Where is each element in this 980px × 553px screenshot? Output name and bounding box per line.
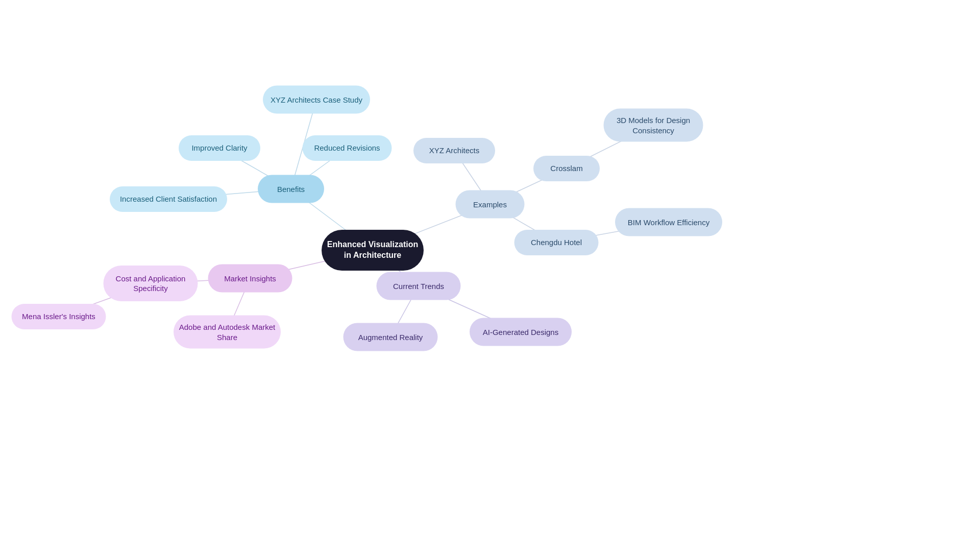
node-central[interactable]: Enhanced Visualization in Architecture xyxy=(322,230,424,271)
node-3d-models[interactable]: 3D Models for Design Consistency xyxy=(604,109,703,142)
node-current-trends[interactable]: Current Trends xyxy=(377,272,461,300)
label-improved-clarity: Improved Clarity xyxy=(189,143,249,153)
label-cost-specificity: Cost and Application Specificity xyxy=(104,274,198,294)
label-chengdu-hotel: Chengdu Hotel xyxy=(529,237,584,248)
label-crosslam: Crosslam xyxy=(548,163,584,174)
node-increased-satisfaction[interactable]: Increased Client Satisfaction xyxy=(110,186,227,212)
mind-map: Enhanced Visualization in ArchitectureBe… xyxy=(0,0,980,553)
label-bim-workflow: BIM Workflow Efficiency xyxy=(626,217,712,227)
label-augmented-reality: Augmented Reality xyxy=(356,332,425,342)
label-3d-models: 3D Models for Design Consistency xyxy=(604,115,703,135)
node-reduced-revisions[interactable]: Reduced Revisions xyxy=(303,135,392,161)
node-bim-workflow[interactable]: BIM Workflow Efficiency xyxy=(615,208,722,236)
node-ai-designs[interactable]: AI-Generated Designs xyxy=(470,318,572,346)
label-market-insights: Market Insights xyxy=(222,273,278,283)
node-xyz-architects[interactable]: XYZ Architects xyxy=(413,138,495,163)
label-adobe-autodesk: Adobe and Autodesk Market Share xyxy=(174,322,281,342)
node-examples[interactable]: Examples xyxy=(456,190,525,219)
label-examples: Examples xyxy=(471,199,509,209)
node-market-insights[interactable]: Market Insights xyxy=(208,265,292,293)
node-augmented-reality[interactable]: Augmented Reality xyxy=(344,323,438,351)
label-increased-satisfaction: Increased Client Satisfaction xyxy=(118,194,219,204)
node-improved-clarity[interactable]: Improved Clarity xyxy=(179,135,260,161)
node-mena-issler[interactable]: Mena Issler's Insights xyxy=(12,304,106,329)
node-chengdu-hotel[interactable]: Chengdu Hotel xyxy=(514,230,599,255)
label-ai-designs: AI-Generated Designs xyxy=(481,327,560,337)
label-reduced-revisions: Reduced Revisions xyxy=(312,143,382,153)
node-crosslam[interactable]: Crosslam xyxy=(533,156,600,181)
node-cost-specificity[interactable]: Cost and Application Specificity xyxy=(104,266,198,301)
label-xyz-case-study: XYZ Architects Case Study xyxy=(268,94,364,105)
node-adobe-autodesk[interactable]: Adobe and Autodesk Market Share xyxy=(174,316,281,349)
central-label: Enhanced Visualization in Architecture xyxy=(322,239,424,261)
label-mena-issler: Mena Issler's Insights xyxy=(20,311,97,322)
node-xyz-case-study[interactable]: XYZ Architects Case Study xyxy=(263,86,370,114)
label-xyz-architects: XYZ Architects xyxy=(427,146,481,156)
label-benefits: Benefits xyxy=(275,184,307,194)
node-benefits[interactable]: Benefits xyxy=(258,175,324,203)
label-current-trends: Current Trends xyxy=(391,281,446,291)
